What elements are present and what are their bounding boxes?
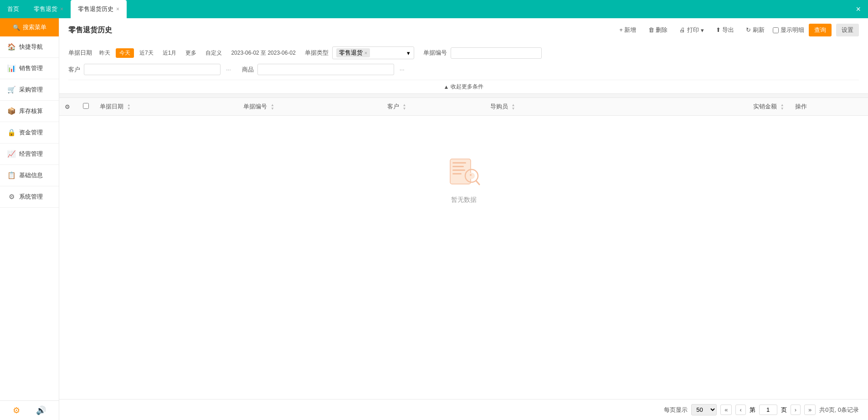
date-btn-1month[interactable]: 近1月 bbox=[159, 48, 180, 58]
date-btn-custom[interactable]: 自定义 bbox=[202, 48, 226, 58]
date-range-display: 2023-06-02 至 2023-06-02 bbox=[231, 49, 295, 57]
type-tag-close[interactable]: × bbox=[365, 50, 367, 56]
sidebar-item-inventory[interactable]: 📦 库存核算 bbox=[0, 101, 59, 122]
svg-rect-3 bbox=[452, 169, 465, 171]
date-btn-today[interactable]: 今天 bbox=[116, 48, 134, 58]
empty-text: 暂无数据 bbox=[451, 196, 477, 204]
toolbar: + 新增 🗑 删除 🖨 打印 ▾ ⬆ 导出 ↻ 刷新 bbox=[616, 24, 859, 36]
date-btn-more[interactable]: 更多 bbox=[182, 48, 200, 58]
refresh-button[interactable]: ↻ 刷新 bbox=[742, 24, 768, 36]
volume-bottom-icon[interactable]: 🔊 bbox=[36, 405, 46, 415]
sort-voucher-icon: ▲ ▼ bbox=[271, 103, 274, 111]
collapse-label: 收起更多条件 bbox=[451, 83, 483, 91]
setting-button[interactable]: 设置 bbox=[836, 24, 859, 36]
show-detail-checkbox[interactable] bbox=[773, 27, 779, 33]
sort-customer-icon: ▲ ▼ bbox=[403, 103, 406, 111]
settings-bottom-icon[interactable]: ⚙ bbox=[13, 405, 20, 415]
sidebar-item-label: 资金管理 bbox=[19, 128, 43, 137]
goods-label: 商品 bbox=[242, 66, 254, 74]
sidebar-item-finance[interactable]: 🔒 资金管理 bbox=[0, 122, 59, 143]
th-customer[interactable]: 客户 ▲ ▼ bbox=[382, 98, 485, 116]
window-close-button[interactable]: × bbox=[848, 5, 868, 14]
sidebar-item-basicinfo[interactable]: 📋 基础信息 bbox=[0, 165, 59, 186]
sidebar-item-label: 采购管理 bbox=[19, 86, 43, 94]
customer-input[interactable] bbox=[84, 64, 221, 75]
filter-area: 单据日期 昨天 今天 近7天 近1月 更多 自定义 2023-06-02 至 2… bbox=[68, 42, 859, 75]
filter-type: 单据类型 零售退货 × ▾ bbox=[305, 46, 414, 59]
goods-input[interactable] bbox=[257, 64, 394, 75]
home-icon: 🏠 bbox=[7, 43, 15, 51]
last-page-button[interactable]: » bbox=[804, 405, 816, 415]
first-page-button[interactable]: « bbox=[720, 405, 732, 415]
th-settings[interactable]: ⚙ bbox=[59, 98, 77, 116]
th-checkbox[interactable] bbox=[77, 98, 94, 116]
voucher-input[interactable] bbox=[451, 47, 542, 59]
top-bar: 首页 零售退货 × 零售退货历史 × × bbox=[0, 0, 868, 18]
delete-button[interactable]: 🗑 删除 bbox=[645, 24, 672, 36]
sidebar-item-label: 快捷导航 bbox=[19, 43, 43, 51]
finance-icon: 🔒 bbox=[7, 128, 15, 137]
customer-ellipsis[interactable]: ··· bbox=[224, 66, 233, 73]
filter-voucher: 单据编号 bbox=[423, 47, 542, 59]
new-button[interactable]: + 新增 bbox=[616, 24, 640, 36]
type-select[interactable]: 零售退货 × ▾ bbox=[332, 46, 414, 59]
inventory-icon: 📦 bbox=[7, 107, 15, 115]
sort-date-icon: ▲ ▼ bbox=[127, 103, 131, 111]
print-button[interactable]: 🖨 打印 ▾ bbox=[676, 24, 708, 36]
page-size-label: 每页显示 bbox=[664, 406, 688, 414]
voucher-label: 单据编号 bbox=[423, 49, 447, 57]
sidebar-item-operations[interactable]: 📈 经营管理 bbox=[0, 143, 59, 165]
tab-retail-return-history-close[interactable]: × bbox=[116, 6, 119, 12]
tab-retail-return-close[interactable]: × bbox=[60, 6, 63, 12]
sidebar-item-purchase[interactable]: 🛒 采购管理 bbox=[0, 79, 59, 101]
tab-home[interactable]: 首页 bbox=[0, 0, 26, 18]
sidebar-item-label: 库存核算 bbox=[19, 107, 43, 115]
tab-retail-return[interactable]: 零售退货 × bbox=[26, 0, 71, 18]
sidebar-item-system[interactable]: ⚙ 系统管理 bbox=[0, 186, 59, 208]
next-page-button[interactable]: › bbox=[791, 405, 801, 415]
select-all-checkbox[interactable] bbox=[83, 103, 89, 109]
sidebar-item-quicknav[interactable]: 🏠 快捷导航 bbox=[0, 36, 59, 58]
goods-ellipsis[interactable]: ··· bbox=[398, 66, 406, 73]
sidebar-item-label: 系统管理 bbox=[19, 193, 43, 201]
type-tag: 零售退货 × bbox=[336, 48, 370, 57]
th-guide[interactable]: 导购员 ▲ ▼ bbox=[485, 98, 608, 116]
page-number-input[interactable] bbox=[759, 405, 777, 415]
filter-customer: 客户 ··· bbox=[68, 64, 233, 75]
sidebar-item-label: 基础信息 bbox=[19, 171, 43, 179]
sidebar-bottom: ⚙ 🔊 bbox=[0, 400, 59, 420]
page-size-select[interactable]: 10 20 50 100 bbox=[691, 404, 717, 415]
th-date[interactable]: 单据日期 ▲ ▼ bbox=[94, 98, 238, 116]
table-area: ⚙ 单据日期 ▲ ▼ 单据编号 bbox=[59, 97, 868, 399]
svg-line-6 bbox=[476, 181, 479, 184]
page-unit: 页 bbox=[781, 406, 787, 414]
page-title: 零售退货历史 bbox=[68, 26, 112, 35]
collapse-bar[interactable]: ▲ 收起更多条件 bbox=[68, 80, 859, 93]
search-icon: 🔍 bbox=[13, 24, 20, 31]
th-actual-amount[interactable]: 实销金额 ▲ ▼ bbox=[646, 98, 789, 116]
prev-page-button[interactable]: ‹ bbox=[735, 405, 745, 415]
export-button[interactable]: ⬆ 导出 bbox=[712, 24, 738, 36]
sidebar-search-label: 搜索菜单 bbox=[23, 23, 46, 31]
th-voucher-no[interactable]: 单据编号 ▲ ▼ bbox=[238, 98, 381, 116]
show-detail-toggle[interactable]: 显示明细 bbox=[773, 26, 804, 34]
print-dropdown-icon: ▾ bbox=[701, 27, 704, 34]
sales-icon: 📊 bbox=[7, 64, 15, 72]
query-button[interactable]: 查询 bbox=[809, 24, 832, 36]
filter-row-1: 单据日期 昨天 今天 近7天 近1月 更多 自定义 2023-06-02 至 2… bbox=[68, 46, 859, 59]
sidebar-search[interactable]: 🔍 搜索菜单 bbox=[0, 18, 59, 36]
data-table: ⚙ 单据日期 ▲ ▼ 单据编号 bbox=[59, 97, 868, 241]
total-info: 共0页, 0条记录 bbox=[819, 406, 859, 414]
sort-guide-icon: ▲ ▼ bbox=[511, 103, 515, 111]
sidebar-item-sales[interactable]: 📊 销售管理 bbox=[0, 58, 59, 79]
page-header: 零售退货历史 + 新增 🗑 删除 🖨 打印 ▾ ⬆ 导出 bbox=[59, 18, 868, 94]
tab-retail-return-history[interactable]: 零售退货历史 × bbox=[71, 0, 127, 18]
content-area: 零售退货历史 + 新增 🗑 删除 🖨 打印 ▾ ⬆ 导出 bbox=[59, 18, 868, 420]
date-btn-yesterday[interactable]: 昨天 bbox=[96, 48, 114, 58]
sidebar-item-label: 经营管理 bbox=[19, 150, 43, 158]
filter-goods: 商品 ··· bbox=[242, 64, 406, 75]
empty-state: 暂无数据 bbox=[59, 116, 868, 241]
date-btn-7days[interactable]: 近7天 bbox=[136, 48, 157, 58]
th-operation: 操作 bbox=[790, 98, 868, 116]
svg-rect-1 bbox=[452, 162, 466, 164]
